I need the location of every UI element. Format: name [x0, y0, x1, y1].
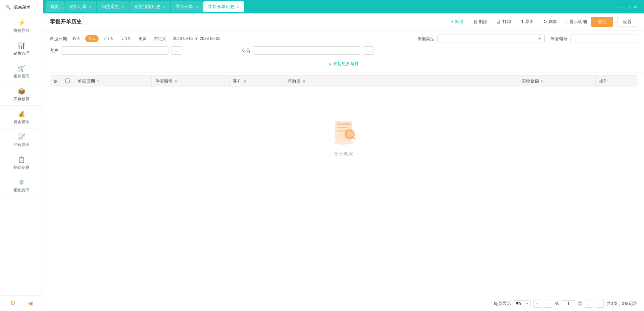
tab-retail-open[interactable]: 零售开单✕: [171, 1, 203, 12]
number-label: 单据编号: [550, 36, 567, 42]
svg-rect-2: [337, 123, 350, 125]
th-actions: 操作: [595, 75, 637, 87]
export-button[interactable]: ⬆ 导出: [518, 17, 537, 26]
date-option-more[interactable]: 更多: [136, 35, 149, 42]
collapse-button[interactable]: ∧ 收起更多条件: [326, 59, 362, 68]
print-button[interactable]: 🖨 打印: [494, 17, 514, 26]
th-number: 单据编号 ⇅: [152, 75, 229, 87]
collapse-label: 收起更多条件: [333, 61, 359, 67]
last-page-button[interactable]: »: [596, 300, 604, 308]
first-page-button[interactable]: «: [533, 300, 541, 308]
sidebar-item-sales[interactable]: 📊 销售管理: [0, 37, 43, 60]
query-button[interactable]: 查询: [591, 17, 613, 27]
customer-input[interactable]: [61, 46, 168, 55]
goods-ellipsis-button[interactable]: ...: [363, 46, 374, 55]
type-label: 单据类型: [417, 36, 435, 42]
total-info: 共0页，0条记录: [606, 301, 637, 307]
main-area: 首页销售订单✕销货退货✕销货退货历史✕零售开单✕零售开单历史✕ — □ ✕ 零售…: [43, 0, 644, 311]
svg-rect-3: [337, 127, 349, 128]
settings-button[interactable]: 设置: [617, 17, 637, 27]
number-input[interactable]: [570, 35, 637, 43]
collapse-sidebar-icon[interactable]: ◀: [28, 300, 33, 307]
page-header: 零售开单历史 + 新增 🗑 删除 🖨 打印 ⬆ 导出 ↻ 刷新 显示明细 查询 …: [43, 13, 644, 31]
tab-label-home: 首页: [50, 4, 59, 10]
select-all-checkbox[interactable]: [65, 79, 70, 83]
th-checkbox[interactable]: [62, 75, 74, 87]
table-area: ⚙ 单据日期 ⇅ 单据编号 ⇅ 客户 ⇅ 导购员 ⇅ 实销金额 ⇅ 操作: [43, 72, 644, 296]
prev-page-button[interactable]: ‹: [544, 300, 552, 308]
sidebar-item-finance[interactable]: 💰 资金管理: [0, 106, 43, 128]
tab-label-sales-return: 销货退货: [102, 4, 119, 10]
sidebar-item-label-sales: 销售管理: [13, 51, 30, 56]
tab-close-sales-return[interactable]: ✕: [121, 5, 124, 9]
next-page-button[interactable]: ›: [585, 300, 593, 308]
minimize-button[interactable]: —: [618, 4, 623, 9]
customer-ellipsis-button[interactable]: ...: [171, 46, 182, 55]
sidebar-item-inventory[interactable]: 📦 库存核算: [0, 83, 43, 106]
page-input[interactable]: 1: [562, 300, 575, 307]
sidebar-search-label: 搜索菜单: [13, 4, 31, 10]
settings-icon[interactable]: ⚙: [10, 300, 15, 307]
sidebar-bottom: ⚙ ◀: [0, 295, 43, 311]
date-option-7days[interactable]: 近7天: [101, 35, 116, 42]
page-label-before: 第: [555, 301, 559, 307]
customer-filter-item: 客户 ...: [50, 46, 182, 55]
per-page-select[interactable]: 102050100: [514, 300, 531, 307]
tab-close-retail-history[interactable]: ✕: [236, 5, 239, 9]
sidebar-item-purchase[interactable]: 🛒 采购管理: [0, 60, 43, 83]
th-amount: 实销金额 ⇅: [518, 75, 595, 87]
tab-sales-return[interactable]: 销货退货✕: [97, 1, 129, 12]
tab-home[interactable]: 首页: [46, 1, 64, 12]
add-button[interactable]: + 新增: [448, 17, 466, 26]
sidebar-item-label-purchase: 采购管理: [13, 73, 30, 79]
goods-input[interactable]: [253, 46, 360, 55]
system-icon: ⚙: [19, 179, 24, 186]
filter-row-1: 单据日期 昨天今天近7天近1月更多自定义 2023-06-02 至 2023-0…: [50, 35, 637, 43]
tab-return-history[interactable]: 销货退货历史✕: [130, 1, 170, 12]
toolbar: + 新增 🗑 删除 🖨 打印 ⬆ 导出 ↻ 刷新 显示明细 查询 设置: [448, 17, 637, 27]
empty-state: 暂无数据: [50, 87, 637, 184]
tab-label-retail-open: 零售开单: [176, 4, 193, 10]
empty-icon: [327, 114, 360, 149]
tab-close-retail-open[interactable]: ✕: [195, 5, 198, 9]
inventory-icon: 📦: [18, 88, 25, 95]
th-customer: 客户 ⇅: [229, 75, 284, 87]
sales-icon: 📊: [18, 42, 25, 49]
date-option-today[interactable]: 今天: [85, 35, 99, 42]
sidebar-item-basic[interactable]: 📋 基础信息: [0, 151, 43, 174]
tab-label-retail-history: 零售开单历史: [208, 4, 234, 10]
date-filter-item: 单据日期 昨天今天近7天近1月更多自定义 2023-06-02 至 2023-0…: [50, 35, 220, 42]
sidebar-item-label-system: 系统管理: [13, 188, 30, 193]
per-page-label: 每页显示: [494, 301, 511, 307]
filter-area: 单据日期 昨天今天近7天近1月更多自定义 2023-06-02 至 2023-0…: [43, 31, 644, 72]
tab-bar: 首页销售订单✕销货退货✕销货退货历史✕零售开单✕零售开单历史✕ — □ ✕: [43, 0, 644, 13]
type-filter-item: 单据类型: [417, 35, 545, 43]
date-option-1month[interactable]: 近1月: [118, 35, 134, 42]
close-button[interactable]: ✕: [634, 4, 637, 9]
th-guide: 导购员 ⇅: [284, 75, 350, 87]
tab-close-return-history[interactable]: ✕: [162, 5, 165, 9]
sidebar-item-system[interactable]: ⚙ 系统管理: [0, 174, 43, 197]
delete-button[interactable]: 🗑 删除: [470, 17, 490, 26]
sidebar-search[interactable]: 🔍 搜索菜单: [0, 0, 43, 14]
operations-icon: 📈: [18, 133, 25, 141]
collapse-row: ∧ 收起更多条件: [50, 58, 637, 69]
search-icon: 🔍: [5, 5, 11, 10]
tab-sales-order[interactable]: 销售订单✕: [64, 1, 96, 12]
tab-close-sales-order[interactable]: ✕: [89, 5, 92, 9]
window-controls: — □ ✕: [618, 4, 641, 9]
th-date: 单据日期 ⇅: [74, 75, 152, 87]
date-option-custom[interactable]: 自定义: [151, 35, 169, 42]
sidebar-item-label-basic: 基础信息: [13, 165, 30, 170]
tab-retail-history[interactable]: 零售开单历史✕: [203, 1, 244, 12]
display-detail-checkbox[interactable]: [564, 20, 568, 24]
sidebar-item-quick-nav[interactable]: ⚡ 快捷导航: [0, 14, 43, 37]
sidebar: 🔍 搜索菜单 ⚡ 快捷导航 📊 销售管理 🛒 采购管理 📦 库存核算 💰 资金管…: [0, 0, 43, 311]
sidebar-item-label-quick-nav: 快捷导航: [13, 28, 30, 34]
maximize-button[interactable]: □: [627, 4, 630, 9]
type-select[interactable]: [437, 35, 545, 43]
sidebar-item-operations[interactable]: 📈 经营管理: [0, 128, 43, 151]
date-option-yesterday[interactable]: 昨天: [70, 35, 83, 42]
refresh-button[interactable]: ↻ 刷新: [541, 17, 560, 26]
th-settings[interactable]: ⚙: [50, 75, 62, 87]
